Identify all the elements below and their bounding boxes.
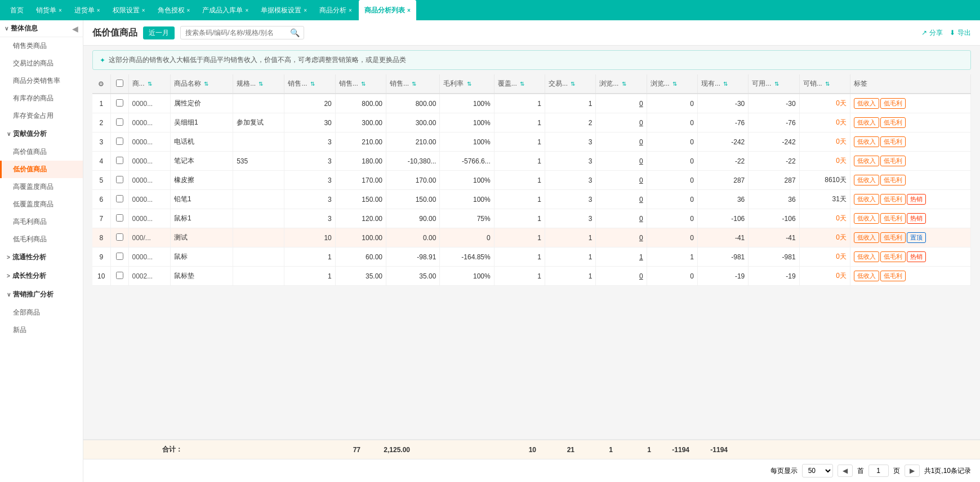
row-trade: 3 xyxy=(545,152,596,171)
sidebar-item-high-coverage[interactable]: 高覆盖度商品 xyxy=(0,178,83,196)
col-spec: 规格... ⇅ xyxy=(233,74,284,94)
row-browse1[interactable]: 0 xyxy=(596,132,647,152)
row-browse1[interactable]: 0 xyxy=(596,171,647,190)
row-spec xyxy=(233,228,284,247)
col-browse1: 浏览... ⇅ xyxy=(596,74,647,94)
tag-badge: 热销 xyxy=(907,251,926,262)
row-spec: 参加复试 xyxy=(233,113,284,132)
row-num: 5 xyxy=(92,171,110,190)
row-browse1[interactable]: 0 xyxy=(596,228,647,247)
row-days: 0天 xyxy=(799,113,850,132)
nav-close-icon[interactable]: × xyxy=(187,7,190,14)
next-page-btn[interactable]: ▶ xyxy=(905,465,920,477)
sidebar-item-low-value[interactable]: 低价值商品 xyxy=(0,161,83,178)
first-page-btn[interactable]: ◀ xyxy=(838,465,853,477)
row-checkbox[interactable] xyxy=(110,267,128,286)
table-footer: 合计： 77 2,125.00 10 21 1 1 -1194 -1194 xyxy=(83,439,980,459)
row-browse1[interactable]: 0 xyxy=(596,190,647,209)
sidebar-item-new-goods[interactable]: 新品 xyxy=(0,321,83,339)
settings-icon[interactable]: ⚙ xyxy=(98,80,104,88)
sidebar-item-category-rate[interactable]: 商品分类销售率 xyxy=(0,72,83,90)
row-browse2: 0 xyxy=(647,94,697,113)
sidebar-item-stock-capital[interactable]: 库存资金占用 xyxy=(0,107,83,125)
nav-close-icon[interactable]: × xyxy=(349,7,352,14)
row-stock1: 287 xyxy=(697,171,748,190)
row-checkbox[interactable] xyxy=(110,247,128,267)
row-tags: 低收入低毛利 xyxy=(850,171,970,190)
sidebar-collapse-btn[interactable]: ◀ xyxy=(72,24,78,33)
search-input[interactable] xyxy=(180,26,304,39)
row-browse1[interactable]: 0 xyxy=(596,152,647,171)
sidebar-item-all-goods[interactable]: 全部商品 xyxy=(0,304,83,321)
sidebar-item-low-margin[interactable]: 低毛利商品 xyxy=(0,231,83,248)
share-icon: ↗ xyxy=(921,29,927,37)
table-row: 3 0000... 电话机 3 210.00 210.00 100% 1 3 0… xyxy=(92,132,971,152)
filter-recent-month-btn[interactable]: 近一月 xyxy=(143,26,175,39)
row-checkbox[interactable] xyxy=(110,171,128,190)
pagination-bar: 每页显示 50 20 100 ◀ 首 页 ▶ 共1页,10条记录 xyxy=(83,459,980,482)
row-tags: 低收入低毛利热销 xyxy=(850,190,970,209)
row-checkbox[interactable] xyxy=(110,209,128,228)
row-checkbox[interactable] xyxy=(110,113,128,132)
sidebar-group-contribution[interactable]: ∨ 贡献值分析 xyxy=(0,125,83,143)
sidebar-item-stocked-goods[interactable]: 有库存的商品 xyxy=(0,90,83,107)
row-checkbox[interactable] xyxy=(110,132,128,152)
nav-template-settings[interactable]: 单据模板设置 × xyxy=(255,0,313,20)
per-page-select[interactable]: 50 20 100 xyxy=(802,464,833,477)
nav-close-icon[interactable]: × xyxy=(59,7,62,14)
nav-close-icon[interactable]: × xyxy=(407,7,411,14)
row-browse1[interactable]: 0 xyxy=(596,267,647,286)
nav-close-icon[interactable]: × xyxy=(142,7,145,14)
row-checkbox[interactable] xyxy=(110,190,128,209)
export-btn[interactable]: ⬇ 导出 xyxy=(950,28,971,38)
nav-product-analysis[interactable]: 商品分析 × xyxy=(314,0,358,20)
row-browse1[interactable]: 0 xyxy=(596,209,647,228)
row-browse1[interactable]: 0 xyxy=(596,94,647,113)
nav-sales-order[interactable]: 销货单 × xyxy=(30,0,68,20)
sidebar-item-sales-goods[interactable]: 销售类商品 xyxy=(0,37,83,55)
table-row: 8 000/... 测试 10 100.00 0.00 0 1 1 0 0 -4… xyxy=(92,228,971,247)
footer-label: 合计： xyxy=(92,445,182,454)
row-checkbox[interactable] xyxy=(110,94,128,113)
row-stock1: -106 xyxy=(697,209,748,228)
row-days: 8610天 xyxy=(799,171,850,190)
share-btn[interactable]: ↗ 分享 xyxy=(921,28,943,38)
row-num: 8 xyxy=(92,228,110,247)
col-browse2: 浏览... ⇅ xyxy=(647,74,697,94)
sidebar-group-marketing[interactable]: ∨ 营销推广分析 xyxy=(0,285,83,304)
row-code: 0002... xyxy=(128,267,170,286)
select-all-checkbox[interactable] xyxy=(116,79,123,87)
nav-product-analysis-list[interactable]: 商品分析列表 × xyxy=(359,0,416,20)
row-s3: 0.00 xyxy=(386,228,440,247)
sidebar-item-traded-goods[interactable]: 交易过的商品 xyxy=(0,55,83,72)
tag-badge: 低收入 xyxy=(854,117,879,128)
col-settings[interactable]: ⚙ xyxy=(92,74,110,94)
tag-badge: 低收入 xyxy=(854,213,879,224)
nav-permissions[interactable]: 权限设置 × xyxy=(107,0,151,20)
row-browse1[interactable]: 0 xyxy=(596,113,647,132)
nav-close-icon[interactable]: × xyxy=(97,7,100,14)
tag-badge: 低毛利 xyxy=(880,136,906,147)
sidebar-group-overall[interactable]: ∨ 整体信息 xyxy=(5,24,38,33)
row-browse1[interactable]: 1 xyxy=(596,247,647,267)
nav-home[interactable]: 首页 xyxy=(5,0,29,20)
sidebar-item-high-margin[interactable]: 高毛利商品 xyxy=(0,213,83,231)
nav-finished-goods[interactable]: 产成品入库单 × xyxy=(197,0,254,20)
row-days: 0天 xyxy=(799,152,850,171)
sidebar-item-high-value[interactable]: 高价值商品 xyxy=(0,143,83,161)
nav-purchase-order[interactable]: 进货单 × xyxy=(69,0,106,20)
nav-close-icon[interactable]: × xyxy=(245,7,248,14)
col-check[interactable] xyxy=(110,74,128,94)
row-name: 鼠标 xyxy=(170,247,233,267)
row-checkbox[interactable] xyxy=(110,152,128,171)
nav-role-auth[interactable]: 角色授权 × xyxy=(152,0,196,20)
row-stock1: -242 xyxy=(697,132,748,152)
row-checkbox[interactable] xyxy=(110,228,128,247)
sidebar-group-growth[interactable]: > 成长性分析 xyxy=(0,267,83,285)
page-input[interactable] xyxy=(868,465,889,477)
row-tags: 低收入低毛利 xyxy=(850,152,970,171)
sidebar-item-low-coverage[interactable]: 低覆盖度商品 xyxy=(0,196,83,213)
tag-badge: 低收入 xyxy=(854,232,879,243)
nav-close-icon[interactable]: × xyxy=(304,7,307,14)
sidebar-group-flow[interactable]: > 流通性分析 xyxy=(0,248,83,267)
